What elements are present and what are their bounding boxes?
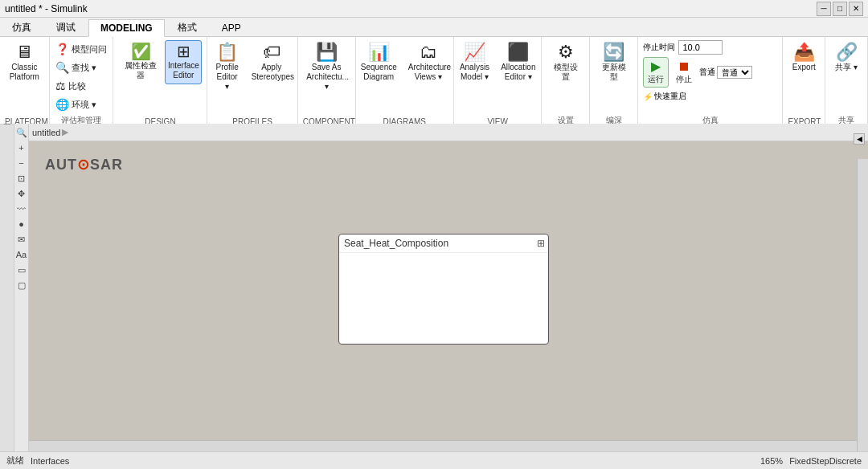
update-model-label: 更新模型 [600, 63, 628, 82]
select-icon[interactable]: ▢ [15, 279, 28, 292]
fit-icon[interactable]: ⊡ [15, 172, 28, 185]
zoom-in-icon[interactable]: + [15, 141, 28, 154]
compare-label: 比较 [68, 80, 86, 92]
canvas-nav-untitled[interactable]: untitled [32, 128, 60, 137]
tab-modeling[interactable]: MODELING [88, 19, 165, 37]
signal-icon[interactable]: ✉ [15, 233, 28, 246]
ribbon-group-share: 🔗 共享 ▾ 共享 [825, 37, 868, 129]
ribbon-group-design: ✅ 属性检查器 ⊞ InterfaceEditor DESIGN [113, 37, 207, 129]
sequence-diagram-icon: 📊 [368, 43, 390, 61]
stop-label: 停止 [676, 75, 692, 84]
compare-icon: ⚖ [55, 80, 66, 92]
quick-restart-icon: ⚡ [643, 92, 653, 101]
interface-editor-button[interactable]: ⊞ InterfaceEditor [165, 40, 202, 84]
run-icon: ▶ [651, 60, 661, 73]
run-label: 运行 [648, 75, 664, 84]
mode-label: 普通 [699, 67, 715, 78]
profile-editor-button[interactable]: 📋 ProfileEditor ▾ [209, 40, 245, 95]
left-panel-tabs: 模型浏览器 [0, 124, 14, 451]
search-button[interactable]: 🔍 查找 ▾ [51, 59, 100, 76]
model-settings-icon: ⚙ [558, 43, 574, 61]
minimize-button[interactable]: ─ [817, 2, 831, 16]
canvas-nav-sep: ▶ [62, 127, 68, 137]
waveform-icon[interactable]: 〰 [15, 202, 28, 215]
export-icon: 📤 [793, 43, 815, 61]
status-bar-left: 就绪 Interfaces [6, 455, 69, 467]
block-icon[interactable]: ▭ [15, 263, 28, 276]
apply-stereotypes-icon: 🏷 [263, 43, 280, 61]
ribbon-group-deepened: 🔄 更新模型 编深 [590, 37, 638, 129]
export-button[interactable]: 📤 Export [786, 40, 821, 84]
share-icon: 🔗 [836, 43, 858, 61]
window-title: untitled * - Simulink [5, 3, 88, 14]
apply-stereotypes-button[interactable]: 🏷 ApplyStereotypes [247, 40, 296, 85]
panel-collapse-handle[interactable]: ◀ [854, 133, 865, 145]
analysis-model-button[interactable]: 📈 AnalysisModel ▾ [455, 40, 494, 85]
zoom-level: 165% [760, 456, 783, 466]
classic-platform-icon: 🖥 [15, 43, 33, 61]
architecture-views-icon: 🗂 [420, 43, 437, 61]
left-tools-panel: 🔍 + − ⊡ ✥ 〰 ● ✉ Aa ▭ ▢ [14, 124, 29, 451]
architecture-views-button[interactable]: 🗂 ArchitectureViews ▾ [403, 40, 453, 85]
stop-time-input[interactable] [678, 40, 723, 55]
architecture-views-label: ArchitectureViews ▾ [408, 63, 448, 82]
record-icon[interactable]: ● [15, 218, 28, 230]
zoom-out-icon[interactable]: − [15, 157, 28, 169]
pan-icon[interactable]: ✥ [15, 187, 28, 200]
zoom-fit-icon[interactable]: 🔍 [15, 126, 28, 139]
profile-editor-icon: 📋 [216, 43, 238, 61]
autosar-o: ⊙ [77, 157, 90, 173]
tab-app[interactable]: APP [210, 18, 253, 36]
status-ready: 就绪 [6, 455, 24, 467]
ribbon: 🖥 ClassicPlatform PLATFORM ❓ 模型问问 🔍 查找 ▾… [0, 37, 868, 130]
composition-block-expand-icon[interactable]: ⊞ [537, 238, 545, 249]
compare-button[interactable]: ⚖ 比较 [51, 77, 90, 95]
property-checker-button[interactable]: ✅ 属性检查器 [118, 40, 163, 84]
analysis-model-icon: 📈 [464, 43, 485, 61]
model-question-button[interactable]: ❓ 模型问问 [51, 40, 111, 58]
composition-block[interactable]: Seat_Heat_Composition ⊞ [338, 234, 549, 345]
save-as-arch-button[interactable]: 💾 Save AsArchitectu... ▾ [301, 40, 351, 95]
tab-debug[interactable]: 调试 [44, 18, 88, 36]
text-icon[interactable]: Aa [15, 248, 28, 261]
save-as-arch-label: Save AsArchitectu... ▾ [306, 63, 346, 92]
search-icon: 🔍 [55, 61, 69, 74]
model-question-label: 模型问问 [72, 43, 107, 55]
mode-select[interactable]: 普通 [717, 66, 752, 79]
search-label: 查找 ▾ [72, 62, 96, 74]
environment-button[interactable]: 🌐 环境 ▾ [51, 96, 100, 113]
fixed-step-label: FixedStepDiscrete [789, 456, 862, 466]
model-settings-label: 模型设置 [551, 63, 579, 82]
maximize-button[interactable]: □ [833, 2, 847, 16]
interfaces-label: Interfaces [31, 456, 69, 466]
allocation-editor-label: AllocationEditor ▾ [501, 63, 535, 82]
title-bar: untitled * - Simulink ─ □ ✕ [0, 0, 868, 18]
update-model-button[interactable]: 🔄 更新模型 [595, 40, 633, 85]
canvas-horizontal-scrollbar[interactable] [29, 440, 857, 451]
status-bar: 就绪 Interfaces 165% FixedStepDiscrete [0, 451, 868, 469]
profile-editor-label: ProfileEditor ▾ [214, 63, 240, 92]
canvas-nav: untitled ▶ [32, 127, 68, 137]
ribbon-group-evaluation: ❓ 模型问问 🔍 查找 ▾ ⚖ 比较 🌐 环境 ▾ 评估和管理 [50, 37, 114, 129]
analysis-model-label: AnalysisModel ▾ [460, 63, 489, 82]
canvas-toolbar: untitled ▶ [29, 124, 868, 141]
interface-editor-label: InterfaceEditor [168, 61, 199, 80]
model-browser-tab[interactable]: 模型浏览器 [0, 124, 14, 137]
close-button[interactable]: ✕ [849, 2, 863, 16]
model-question-icon: ❓ [55, 43, 69, 55]
classic-platform-button[interactable]: 🖥 ClassicPlatform [5, 40, 44, 85]
model-settings-button[interactable]: ⚙ 模型设置 [547, 40, 584, 85]
allocation-editor-button[interactable]: ⬛ AllocationEditor ▾ [496, 40, 540, 85]
canvas[interactable]: AUT⊙SAR Seat_Heat_Composition ⊞ [29, 141, 868, 451]
share-button[interactable]: 🔗 共享 ▾ [829, 40, 864, 84]
ribbon-group-view: 📈 AnalysisModel ▾ ⬛ AllocationEditor ▾ V… [454, 37, 542, 129]
window-controls: ─ □ ✕ [817, 2, 863, 16]
tab-format[interactable]: 格式 [166, 18, 209, 36]
canvas-vertical-scrollbar[interactable] [857, 159, 868, 451]
ribbon-group-settings: ⚙ 模型设置 设置 [542, 37, 590, 129]
sequence-diagram-button[interactable]: 📊 SequenceDiagram [356, 40, 402, 85]
stop-button[interactable]: ⏹ 停止 [671, 57, 697, 88]
environment-icon: 🌐 [55, 98, 69, 111]
tab-simulation[interactable]: 仿真 [0, 18, 43, 36]
run-button[interactable]: ▶ 运行 [643, 57, 669, 88]
